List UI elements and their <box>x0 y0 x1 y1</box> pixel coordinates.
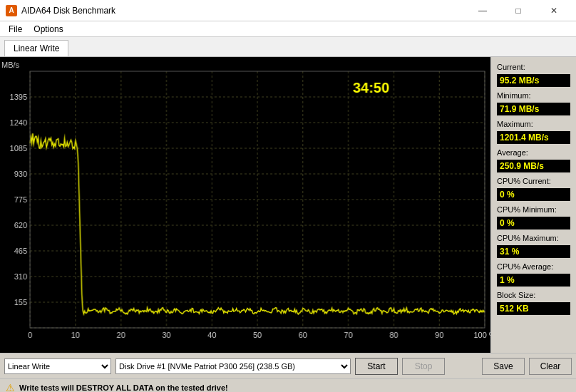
cpu-current-value: 0 % <box>497 188 570 201</box>
app-title: AIDA64 Disk Benchmark <box>21 6 115 16</box>
clear-button[interactable]: Clear <box>529 358 572 375</box>
title-bar-left: A AIDA64 Disk Benchmark <box>6 5 115 16</box>
cpu-maximum-label: CPU% Maximum: <box>497 234 570 242</box>
average-value: 250.9 MB/s <box>497 160 570 172</box>
maximize-button[interactable]: □ <box>502 0 535 21</box>
chart-area <box>0 57 490 353</box>
stop-button[interactable]: Stop <box>402 358 445 375</box>
title-bar: A AIDA64 Disk Benchmark — □ ✕ <box>0 0 576 21</box>
start-button[interactable]: Start <box>355 358 398 375</box>
maximum-label: Maximum: <box>497 120 570 128</box>
maximum-value: 1201.4 MB/s <box>497 131 570 144</box>
mode-select[interactable]: Linear Write <box>4 359 111 374</box>
menu-bar: File Options <box>0 21 576 37</box>
menu-options[interactable]: Options <box>28 23 68 36</box>
tab-linear-write[interactable]: Linear Write <box>4 40 68 56</box>
chart-canvas <box>0 57 490 353</box>
current-label: Current: <box>497 63 570 71</box>
minimize-button[interactable]: — <box>466 0 499 21</box>
blocksize-label: Block Size: <box>497 291 570 299</box>
close-button[interactable]: ✕ <box>538 0 570 21</box>
average-label: Average: <box>497 148 570 157</box>
minimum-value: 71.9 MB/s <box>497 103 570 115</box>
cpu-average-label: CPU% Average: <box>497 262 570 271</box>
cpu-average-value: 1 % <box>497 274 570 287</box>
warning-bar: ⚠ Write tests will DESTROY ALL DATA on t… <box>0 378 576 392</box>
bottom-bar: Linear Write Disk Drive #1 [NVMe Patriot… <box>0 353 576 378</box>
tab-bar: Linear Write <box>0 37 576 57</box>
warning-text: Write tests will DESTROY ALL DATA on the… <box>19 383 228 392</box>
current-value: 95.2 MB/s <box>497 74 570 87</box>
menu-file[interactable]: File <box>3 23 28 36</box>
drive-select[interactable]: Disk Drive #1 [NVMe Patriot P300 256] (2… <box>115 359 351 374</box>
warning-icon: ⚠ <box>6 382 15 393</box>
cpu-current-label: CPU% Current: <box>497 177 570 185</box>
blocksize-value: 512 KB <box>497 302 570 315</box>
right-panel: Current: 95.2 MB/s Minimum: 71.9 MB/s Ma… <box>490 57 576 353</box>
title-controls: — □ ✕ <box>466 0 570 21</box>
main-content: Current: 95.2 MB/s Minimum: 71.9 MB/s Ma… <box>0 57 576 353</box>
cpu-maximum-value: 31 % <box>497 245 570 258</box>
minimum-label: Minimum: <box>497 91 570 100</box>
save-button[interactable]: Save <box>482 358 525 375</box>
app-icon: A <box>6 5 17 16</box>
cpu-minimum-value: 0 % <box>497 217 570 229</box>
cpu-minimum-label: CPU% Minimum: <box>497 205 570 214</box>
